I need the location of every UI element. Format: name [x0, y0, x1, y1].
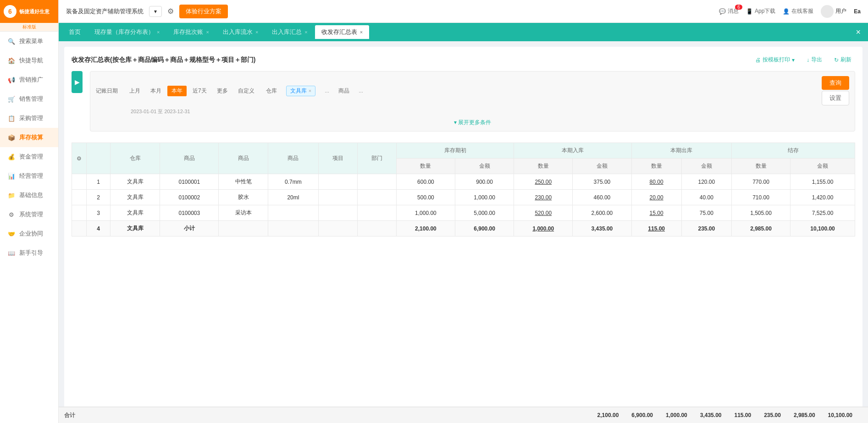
row-in-amt: 460.00	[573, 190, 631, 205]
row-warehouse: 文具库	[111, 205, 160, 221]
row-open-qty: 1,000.00	[396, 205, 455, 221]
sidebar-item-label: 搜索菜单	[19, 37, 43, 45]
tab-close-inout-summary[interactable]: ×	[304, 29, 307, 35]
subtotal-label: 小计	[160, 221, 219, 236]
sidebar-item-guide[interactable]: 📖 新手引导	[0, 243, 58, 263]
tab-inout-flow[interactable]: 出入库流水 ×	[216, 25, 265, 39]
date-btn-this-month[interactable]: 本月	[146, 86, 166, 96]
goods-label: 商品	[338, 87, 349, 95]
sidebar-item-quick-nav[interactable]: 🏠 快捷导航	[0, 51, 58, 70]
th-open-amt: 金额	[455, 159, 514, 174]
row-in-qty[interactable]: 250.00	[514, 174, 573, 190]
th-out: 本期出库	[631, 143, 731, 159]
row-code: 0100003	[160, 205, 219, 221]
settings-button[interactable]: 设置	[822, 91, 849, 105]
row-out-qty[interactable]: 80.00	[631, 174, 681, 190]
data-table: ⚙ 仓库 商品 商品 商品 项目 部门 库存期初 本期入库 本期出库	[72, 143, 855, 236]
sidebar-item-purchase[interactable]: 📋 采购管理	[0, 109, 58, 128]
user-avatar	[821, 5, 834, 18]
row-name: 胶水	[219, 190, 268, 205]
message-action[interactable]: 💬 消息 6	[719, 7, 739, 15]
settings-header[interactable]: ⚙	[72, 143, 87, 174]
filter-toggle[interactable]: ▶	[72, 71, 83, 93]
gear-icon[interactable]: ⚙	[167, 7, 174, 16]
row-open-qty: 500.00	[396, 190, 455, 205]
row-in-qty[interactable]: 230.00	[514, 190, 573, 205]
date-btn-custom[interactable]: 自定义	[234, 86, 259, 96]
row-warehouse: 文具库	[111, 190, 160, 205]
row-open-qty: 600.00	[396, 174, 455, 190]
tabs-container: 首页 现存量（库存分布表） × 库存批次账 × 出入库流水 × 出入库汇总 × …	[62, 25, 851, 39]
service-action[interactable]: 👤 在线客服	[783, 7, 813, 15]
sidebar-item-basic[interactable]: 📁 基础信息	[0, 186, 58, 205]
row-no: 1	[87, 174, 111, 190]
footer-close-amt: 10,100.00	[822, 411, 859, 419]
row-no: 2	[87, 190, 111, 205]
export-button[interactable]: ↓ 导出	[803, 54, 826, 66]
tab-close-stock-dist[interactable]: ×	[157, 29, 160, 35]
tab-inout-summary[interactable]: 出入库汇总 ×	[265, 25, 314, 39]
th-close-amt: 金额	[791, 159, 855, 174]
th-out-qty: 数量	[631, 159, 681, 174]
date-btn-more[interactable]: 更多	[213, 86, 232, 96]
query-button[interactable]: 查询	[822, 76, 849, 90]
row-out-qty[interactable]: 20.00	[631, 190, 681, 205]
table-wrapper: ⚙ 仓库 商品 商品 商品 项目 部门 库存期初 本期入库 本期出库	[72, 143, 855, 236]
sidebar-item-operations[interactable]: 📊 经营管理	[0, 166, 58, 186]
refresh-button[interactable]: ↻ 刷新	[830, 54, 855, 66]
sidebar-item-system[interactable]: ⚙ 系统管理	[0, 205, 58, 224]
sidebar-item-label: 销售管理	[19, 95, 43, 103]
sales-icon: 🛒	[7, 95, 16, 103]
subtotal-empty2	[268, 221, 318, 236]
page-title: 收发存汇总表(按仓库＋商品编码＋商品＋规格型号＋项目＋部门)	[72, 56, 255, 64]
edition-badge: 标准版	[0, 23, 58, 32]
filter-bar: 记账日期 上月 本月 本年 近7天 更多 自定义 仓库 文具库	[90, 71, 855, 132]
print-button[interactable]: 🖨 按模板打印 ▾	[752, 54, 798, 66]
row-name: 中性笔	[219, 174, 268, 190]
user-menu[interactable]: 用户	[821, 5, 846, 18]
tab-stock-dist[interactable]: 现存量（库存分布表） ×	[88, 25, 166, 39]
warehouse-tag-text: 文具库	[290, 87, 307, 95]
close-all-tabs[interactable]: ×	[852, 27, 864, 37]
sidebar-item-finance[interactable]: 💰 资金管理	[0, 147, 58, 166]
goods-dots[interactable]: ...	[359, 88, 363, 94]
message-badge: 6	[735, 5, 742, 10]
row-dept	[357, 174, 396, 190]
row-open-amt: 1,000.00	[455, 190, 514, 205]
expand-conditions-btn[interactable]: ▾ 展开更多条件	[96, 119, 849, 126]
subtotal-out-qty[interactable]: 115.00	[631, 221, 681, 236]
row-close-qty: 1,505.00	[731, 205, 790, 221]
date-btn-this-year[interactable]: 本年	[167, 86, 187, 96]
warehouse-tag-close[interactable]: ×	[309, 88, 311, 93]
warehouse-dots[interactable]: ...	[325, 88, 329, 94]
tab-close-recv-send[interactable]: ×	[360, 29, 363, 35]
row-in-qty[interactable]: 520.00	[514, 205, 573, 221]
subtotal-in-qty[interactable]: 1,000.00	[514, 221, 573, 236]
sidebar-item-collab[interactable]: 🤝 企业协同	[0, 224, 58, 243]
subtotal-empty4	[357, 221, 396, 236]
subtotal-row: 4 文具库 小计 2,100.00 6,900.00 1,000.00 3,43…	[72, 221, 855, 236]
app-download-action[interactable]: 📱 App下载	[746, 7, 775, 15]
topbar-left: 装备及固定资产辅助管理系统 ▾ ⚙ 体验行业方案	[66, 5, 228, 18]
system-dropdown[interactable]: ▾	[149, 6, 162, 17]
tab-close-batch[interactable]: ×	[206, 29, 209, 35]
sidebar-item-search[interactable]: 🔍 搜索菜单	[0, 32, 58, 51]
trial-button[interactable]: 体验行业方案	[179, 5, 228, 18]
tab-close-inout-flow[interactable]: ×	[255, 29, 258, 35]
row-no: 3	[87, 205, 111, 221]
sidebar-item-label: 采购管理	[19, 114, 43, 122]
row-out-qty[interactable]: 15.00	[631, 205, 681, 221]
sidebar-item-label: 企业协同	[19, 230, 43, 238]
sidebar-item-inventory[interactable]: 📦 库存核算	[0, 128, 58, 147]
sidebar-item-label: 资金管理	[19, 153, 43, 161]
sidebar-item-marketing[interactable]: 📢 营销推广	[0, 70, 58, 89]
sidebar-item-sales[interactable]: 🛒 销售管理	[0, 89, 58, 109]
th-in: 本期入库	[514, 143, 631, 159]
footer-spacer	[582, 411, 591, 419]
date-options: 上月 本月 本年 近7天 更多 自定义	[125, 86, 259, 96]
tab-recv-send[interactable]: 收发存汇总表 ×	[315, 25, 369, 39]
tab-batch[interactable]: 库存批次账 ×	[167, 25, 215, 39]
date-btn-last-month[interactable]: 上月	[125, 86, 144, 96]
tab-home[interactable]: 首页	[62, 25, 87, 39]
date-btn-7days[interactable]: 近7天	[188, 86, 211, 96]
